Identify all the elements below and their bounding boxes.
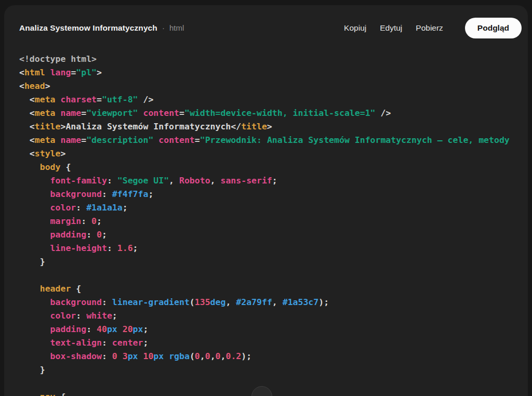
code-line: <!doctype html> — [19, 52, 528, 66]
code-line: text-align: center; — [19, 336, 528, 350]
artifact-type-label: html — [169, 23, 184, 32]
code-line: line-height: 1.6; — [19, 242, 528, 255]
edit-button[interactable]: Edytuj — [380, 23, 402, 33]
code-block[interactable]: <!doctype html><html lang="pl"><head> <m… — [4, 48, 528, 396]
code-line: background: #f4f7fa; — [19, 188, 528, 201]
title-group: Analiza Systemow Informatycznych · html — [19, 23, 184, 33]
page-background: { "titlebar": { "title": "Analiza System… — [0, 0, 532, 396]
code-line: } — [19, 255, 528, 269]
code-line: box-shadow: 0 3px 10px rgba(0,0,0,0.2); — [19, 350, 528, 363]
code-line: padding: 40px 20px; — [19, 323, 528, 336]
code-line: <title>Analiza Systemów Informatycznych<… — [19, 120, 528, 134]
code-line: <meta charset="utf-8" /> — [19, 93, 528, 107]
code-line: <head> — [19, 80, 528, 93]
code-line: <html lang="pl"> — [19, 66, 528, 80]
artifact-titlebar: Analiza Systemow Informatycznych · html … — [4, 5, 528, 48]
code-line: header { — [19, 282, 528, 296]
code-line: color: white; — [19, 309, 528, 323]
code-line: } — [19, 363, 528, 377]
artifact-title: Analiza Systemow Informatycznych — [19, 23, 157, 33]
code-line: color: #1a1a1a; — [19, 201, 528, 215]
code-line: body { — [19, 161, 528, 174]
titlebar-actions: Kopiuj Edytuj Pobierz Podgląd — [344, 18, 522, 38]
code-line: nav { — [19, 390, 528, 396]
download-button[interactable]: Pobierz — [416, 23, 443, 33]
code-line — [19, 377, 528, 390]
code-line: margin: 0; — [19, 215, 528, 228]
preview-button[interactable]: Podgląd — [465, 18, 522, 38]
code-line: padding: 0; — [19, 228, 528, 242]
title-separator: · — [162, 23, 165, 32]
copy-button[interactable]: Kopiuj — [344, 23, 366, 33]
code-line: <meta name="description" content="Przewo… — [19, 134, 528, 147]
code-line — [19, 269, 528, 282]
code-line: background: linear-gradient(135deg, #2a7… — [19, 296, 528, 309]
code-line: <style> — [19, 147, 528, 161]
code-line: <meta name="viewport" content="width=dev… — [19, 107, 528, 120]
code-line: font-family: "Segoe UI", Roboto, sans-se… — [19, 174, 528, 188]
artifact-card: Analiza Systemow Informatycznych · html … — [4, 5, 528, 396]
